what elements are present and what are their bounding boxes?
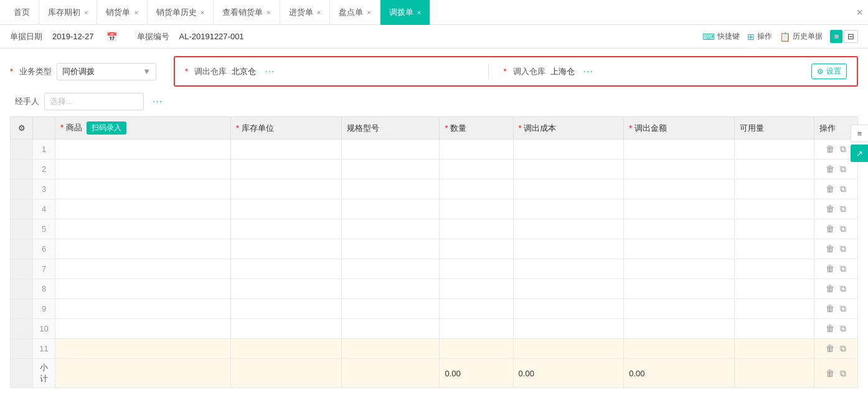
row-available[interactable] [734, 179, 814, 199]
row-amount[interactable] [624, 219, 735, 239]
row-spec[interactable] [341, 259, 440, 279]
row-delete-icon[interactable]: 🗑 [826, 283, 834, 293]
row-delete-icon[interactable]: 🗑 [826, 164, 834, 174]
row-qty[interactable] [440, 159, 513, 179]
operation-btn[interactable]: ⊞ 操作 [747, 31, 772, 42]
shortcut-btn[interactable]: ⌨ 快捷键 [702, 31, 740, 42]
row-unit[interactable] [230, 319, 341, 339]
row-cost[interactable] [513, 179, 624, 199]
row-spec[interactable] [341, 319, 440, 339]
col-header-gear[interactable]: ⚙ [11, 117, 33, 140]
calendar-icon[interactable]: 📅 [106, 32, 117, 42]
row-cost[interactable] [513, 279, 624, 299]
row-copy-icon[interactable]: ⧉ [840, 343, 846, 353]
row-amount[interactable] [624, 199, 735, 219]
row-qty[interactable] [440, 179, 513, 199]
row-amount[interactable] [624, 299, 735, 319]
row-product[interactable] [55, 140, 231, 159]
row-copy-icon[interactable]: ⧉ [840, 303, 846, 313]
tab-view-sales[interactable]: 查看销货单 × [214, 0, 280, 25]
window-close-icon[interactable]: × [856, 6, 863, 19]
row-product[interactable] [55, 199, 231, 219]
row-delete-icon[interactable]: 🗑 [826, 244, 834, 254]
row-amount[interactable] [624, 279, 735, 299]
row-unit[interactable] [230, 339, 341, 359]
row-qty[interactable] [440, 319, 513, 339]
row-product[interactable] [55, 259, 231, 279]
row-unit[interactable] [230, 219, 341, 239]
row-available[interactable] [734, 199, 814, 219]
out-warehouse-dots-btn[interactable]: ··· [265, 66, 275, 77]
close-tab-sales-history[interactable]: × [200, 9, 204, 16]
row-spec[interactable] [341, 179, 440, 199]
row-amount[interactable] [624, 239, 735, 259]
row-available[interactable] [734, 159, 814, 179]
row-amount[interactable] [624, 259, 735, 279]
row-product[interactable] [55, 339, 231, 359]
right-panel-list-btn[interactable]: ≡ [851, 125, 868, 142]
row-copy-icon[interactable]: ⧉ [840, 204, 846, 214]
scan-btn[interactable]: 扫码录入 [87, 121, 126, 135]
handler-select[interactable]: 选择... [44, 93, 144, 110]
list-view-btn[interactable]: ≡ [830, 30, 842, 43]
right-panel-share-btn[interactable]: ↗ [851, 145, 868, 162]
history-btn[interactable]: 📋 历史单据 [780, 31, 823, 42]
row-cost[interactable] [513, 159, 624, 179]
close-tab-purchase-order[interactable]: × [317, 9, 321, 16]
tab-sales-history[interactable]: 销货单历史 × [148, 0, 214, 25]
close-tab-sales-order[interactable]: × [134, 9, 138, 16]
row-available[interactable] [734, 239, 814, 259]
row-unit[interactable] [230, 179, 341, 199]
row-product[interactable] [55, 319, 231, 339]
row-unit[interactable] [230, 259, 341, 279]
row-delete-icon[interactable]: 🗑 [826, 323, 834, 333]
row-spec[interactable] [341, 339, 440, 359]
row-cost[interactable] [513, 299, 624, 319]
row-amount[interactable] [624, 159, 735, 179]
row-cost[interactable] [513, 199, 624, 219]
row-amount[interactable] [624, 179, 735, 199]
row-unit[interactable] [230, 159, 341, 179]
row-copy-icon[interactable]: ⧉ [840, 323, 846, 333]
row-unit[interactable] [230, 279, 341, 299]
tab-transfer-order[interactable]: 调拨单 × [380, 0, 430, 25]
row-delete-icon[interactable]: 🗑 [826, 343, 834, 353]
close-tab-inventory-init[interactable]: × [84, 9, 88, 16]
row-qty[interactable] [440, 140, 513, 159]
row-delete-icon[interactable]: 🗑 [826, 303, 834, 313]
row-available[interactable] [734, 339, 814, 359]
biz-type-select[interactable]: 同价调拨 ▼ [57, 63, 156, 80]
row-copy-icon[interactable]: ⧉ [840, 164, 846, 174]
row-unit[interactable] [230, 140, 341, 159]
tab-inventory-init[interactable]: 库存期初 × [39, 0, 97, 25]
tab-purchase-order[interactable]: 进货单 × [280, 0, 330, 25]
row-spec[interactable] [341, 239, 440, 259]
close-tab-transfer-order[interactable]: × [417, 9, 421, 16]
row-delete-icon[interactable]: 🗑 [826, 224, 834, 234]
row-delete-icon[interactable]: 🗑 [826, 144, 834, 154]
row-qty[interactable] [440, 239, 513, 259]
row-qty[interactable] [440, 339, 513, 359]
row-delete-icon[interactable]: 🗑 [826, 204, 834, 214]
row-qty[interactable] [440, 219, 513, 239]
row-spec[interactable] [341, 199, 440, 219]
row-unit[interactable] [230, 239, 341, 259]
handler-dots-btn[interactable]: ··· [153, 96, 163, 107]
row-copy-icon[interactable]: ⧉ [840, 244, 846, 254]
subtotal-copy-icon[interactable]: ⧉ [840, 368, 846, 378]
row-cost[interactable] [513, 219, 624, 239]
row-spec[interactable] [341, 219, 440, 239]
row-spec[interactable] [341, 279, 440, 299]
row-spec[interactable] [341, 159, 440, 179]
row-available[interactable] [734, 140, 814, 159]
row-product[interactable] [55, 159, 231, 179]
tab-sales-order[interactable]: 销货单 × [97, 0, 147, 25]
tab-home[interactable]: 首页 [5, 0, 39, 25]
row-available[interactable] [734, 279, 814, 299]
row-amount[interactable] [624, 319, 735, 339]
row-product[interactable] [55, 239, 231, 259]
row-product[interactable] [55, 279, 231, 299]
row-copy-icon[interactable]: ⧉ [840, 283, 846, 293]
subtotal-delete-icon[interactable]: 🗑 [826, 368, 834, 378]
row-qty[interactable] [440, 199, 513, 219]
